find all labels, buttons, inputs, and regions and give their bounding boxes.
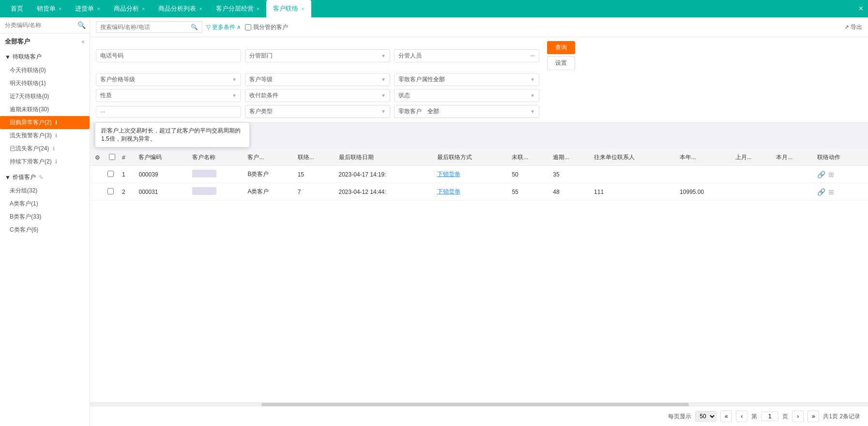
value-customer-group[interactable]: ▼ 价值客户 ✎ [0, 170, 90, 184]
close-customer-tier-icon[interactable]: × [257, 6, 259, 12]
manager-more-icon[interactable]: ··· [530, 52, 535, 59]
search-input[interactable] [100, 24, 191, 30]
row2-checkbox[interactable] [107, 188, 114, 194]
select-all-checkbox[interactable] [109, 154, 115, 160]
sidebar-ungroup[interactable]: 未分组(32) [0, 184, 90, 197]
retail-attr-caret-icon: ▼ [530, 77, 535, 82]
dept-field[interactable]: 分管部门 ▼ [245, 49, 390, 62]
row2-no: 2 [119, 183, 136, 201]
phone-field[interactable]: 电话号码 [96, 49, 241, 62]
row1-code[interactable]: 000039 [136, 166, 189, 183]
sidebar-search-input[interactable] [5, 22, 77, 29]
customer-level-field[interactable]: 客户等级 ▼ [245, 73, 390, 86]
nav-analysis-list[interactable]: 商品分析列表 × [152, 0, 209, 17]
export-button[interactable]: ↗ 导出 [844, 23, 862, 31]
sidebar-c-class[interactable]: C类客户(6) [0, 223, 90, 236]
last-page-btn[interactable]: » [807, 411, 819, 422]
row1-overdue: 35 [550, 166, 591, 183]
nav-purchase[interactable]: 进货单 × [68, 0, 107, 17]
row1-this-month [773, 166, 814, 183]
close-analysis-icon[interactable]: × [142, 6, 145, 12]
col-contact[interactable]: 联络... [295, 149, 336, 166]
col-not-contact[interactable]: 未联... [509, 149, 550, 166]
col-this-year[interactable]: 本年... [677, 149, 732, 166]
col-last-contact-method[interactable]: 最后联络方式 [434, 149, 509, 166]
col-overdue[interactable]: 逾期... [550, 149, 591, 166]
sidebar-churn-warning[interactable]: 流失预警客户(3) ℹ [0, 129, 90, 142]
my-customer-checkbox-label[interactable]: 我分管的客户 [245, 23, 288, 31]
col-name[interactable]: 客户名称 [189, 149, 244, 166]
sidebar-declining[interactable]: 持续下滑客户(2) ℹ [0, 155, 90, 168]
per-page-select[interactable]: 50 [695, 411, 716, 422]
sidebar-overdue[interactable]: 逾期未联络(30) [0, 103, 90, 116]
edit-value-icon[interactable]: ✎ [39, 174, 44, 181]
price-level-field[interactable]: 客户价格等级 ▼ [96, 73, 241, 86]
settings-button[interactable]: 设置 [547, 56, 575, 70]
close-customer-contact-icon[interactable]: × [301, 6, 304, 12]
row1-grid-icon[interactable]: ⊞ [828, 171, 834, 178]
close-analysis-list-icon[interactable]: × [199, 6, 202, 12]
query-button[interactable]: 查询 [547, 41, 575, 54]
col-this-month[interactable]: 本月... [773, 149, 814, 166]
row1-link-icon[interactable]: 🔗 [817, 171, 825, 178]
nav-sales[interactable]: 销货单 × [30, 0, 68, 17]
col-last-contact-date[interactable]: 最后联络日期 [336, 149, 434, 166]
sidebar-repurchase-abnormal[interactable]: 回购异常客户(2) ℹ [0, 116, 90, 129]
search-icon[interactable]: 🔍 [191, 24, 198, 30]
payment-field[interactable]: 收付款条件 ▼ [245, 89, 390, 102]
sidebar-b-class[interactable]: B类客户(33) [0, 210, 90, 223]
page-number-input[interactable] [761, 411, 778, 421]
customer-type-field[interactable]: 客户类型 ▼ [245, 105, 390, 118]
retail-attr-field[interactable]: 零散客户属性 全部 ▼ [394, 73, 539, 86]
sidebar-7days-pending[interactable]: 近7天待联络(0) [0, 90, 90, 103]
nature-field[interactable]: 性质 ▼ [96, 89, 241, 102]
more-field[interactable]: ··· [96, 106, 241, 118]
horizontal-scrollbar[interactable] [90, 402, 868, 406]
query-settings-btns: 查询 设置 [547, 41, 575, 70]
sidebar-churned[interactable]: 已流失客户(24) ℹ [0, 142, 90, 155]
more-conditions-btn[interactable]: ▽ 更多条件 ∧ [206, 23, 241, 31]
info-icon-churn: ℹ [55, 132, 57, 138]
table-header-row: ⚙ # 客户编码 客户名称 客户... [90, 149, 868, 166]
customer-table: ⚙ # 客户编码 客户名称 客户... [90, 149, 868, 201]
table-area[interactable]: ⚙ # 客户编码 客户名称 客户... [90, 149, 868, 402]
close-all-tabs-icon[interactable]: × [859, 4, 863, 13]
nav-customer-tier[interactable]: 客户分层经营 × [209, 0, 266, 17]
row2-last-contact-method[interactable]: 下销货单 [434, 183, 509, 201]
pending-contact-group[interactable]: ▼ 待联络客户 [0, 50, 90, 64]
sidebar-tomorrow-pending[interactable]: 明天待联络(1) [0, 77, 90, 90]
filter-row-3: 性质 ▼ 收付款条件 ▼ 状态 ▼ [96, 89, 862, 102]
col-code[interactable]: 客户编码 [136, 149, 189, 166]
status-field[interactable]: 状态 ▼ [394, 89, 539, 102]
info-icon-repurchase: ℹ [55, 119, 57, 125]
row2-name[interactable] [189, 183, 244, 201]
collapse-icon[interactable]: « [81, 38, 85, 45]
col-settings[interactable]: ⚙ [90, 149, 105, 166]
close-purchase-icon[interactable]: × [97, 6, 100, 12]
phone-input[interactable] [129, 52, 237, 59]
row1-last-contact-method[interactable]: 下销货单 [434, 166, 509, 183]
row2-code[interactable]: 000031 [136, 183, 189, 201]
main-layout: 🔍 全部客户 « ▼ 待联络客户 今天待联络(0) 明天待联络(1) 近7天待联… [0, 17, 868, 426]
row1-checkbox[interactable] [107, 171, 114, 177]
col-customer-type[interactable]: 客户... [244, 149, 294, 166]
first-page-btn[interactable]: « [720, 411, 732, 422]
nav-analysis[interactable]: 商品分析 × [107, 0, 152, 17]
all-customers-header[interactable]: 全部客户 « [0, 33, 90, 50]
close-sales-icon[interactable]: × [59, 6, 61, 12]
sidebar-a-class[interactable]: A类客户(1) [0, 197, 90, 210]
col-unit-contact[interactable]: 往来单位联系人 [591, 149, 677, 166]
manager-field[interactable]: 分管人员 ··· [394, 49, 539, 62]
sidebar-today-pending[interactable]: 今天待联络(0) [0, 64, 90, 77]
row2-link-icon[interactable]: 🔗 [817, 188, 825, 196]
row1-name[interactable] [189, 166, 244, 183]
retail-customer-field[interactable]: 零散客户 全部 ▼ [394, 105, 539, 118]
next-page-btn[interactable]: › [792, 411, 804, 422]
nav-customer-contact[interactable]: 客户联络 × [266, 0, 311, 17]
row2-grid-icon[interactable]: ⊞ [828, 188, 834, 196]
col-last-month[interactable]: 上月... [732, 149, 774, 166]
prev-page-btn[interactable]: ‹ [736, 411, 747, 422]
nav-home[interactable]: 首页 [4, 0, 30, 17]
sidebar-search-icon[interactable]: 🔍 [77, 21, 86, 29]
my-customer-checkbox[interactable] [245, 24, 251, 30]
